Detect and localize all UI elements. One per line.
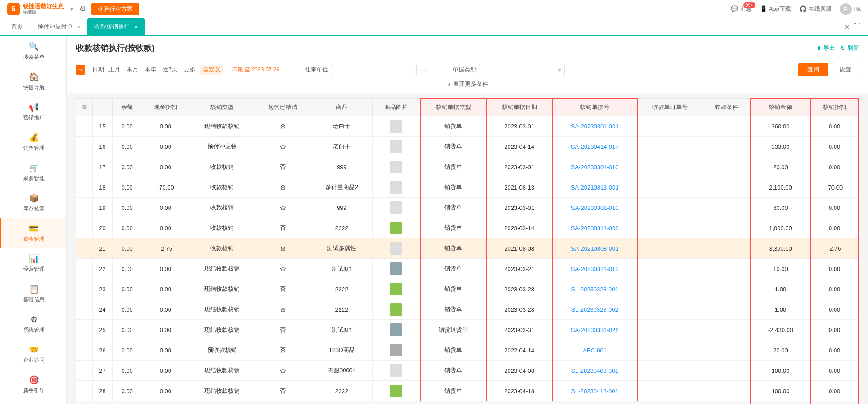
voucher-type-input[interactable] [479,64,565,76]
cell-offset-voucher-no: SA-20210808-001 [552,238,637,259]
refresh-button[interactable]: ↻ 刷新 [840,44,859,52]
cell-offset-voucher-date: 2023-03-31 [486,320,552,340]
table-footer: 40,556,66... 952.24 [76,401,859,404]
voucher-no-link[interactable]: SL-20230418-001 [571,388,618,394]
tab-prepay-close[interactable]: × [77,24,80,29]
sidebar-label-search: 搜索菜单 [23,53,45,61]
cell-receipt-order-no [637,157,703,177]
tab-prepay[interactable]: 预付冲应付单 × [30,18,87,36]
voucher-no-link[interactable]: SA-20210808-001 [571,245,619,252]
table-row: 160.000.00预付冲应收否老白干销货单2023-04-14SA-20230… [76,137,859,157]
voucher-no-link[interactable]: SA-20230314-008 [571,225,619,232]
tab-receipt-offset-label: 收款核销执行 [94,23,130,31]
table-row: 240.000.00现结收款核销否2222销货单2023-03-28SL-202… [76,299,859,320]
cell-offset-amount: 1.00 [751,299,811,320]
voucher-no-link[interactable]: ABC-001 [583,347,607,354]
sidebar-item-shortcuts[interactable]: 🏠 快捷导航 [0,67,66,97]
expand-button[interactable]: ∨ 展开更多条件 [447,80,488,88]
filter-settings-button[interactable]: 设置 [832,63,859,76]
logo-dropdown-arrow[interactable]: ▼ [69,6,74,12]
voucher-no-link[interactable]: SL-20230408-001 [571,367,618,374]
cell-receipt-condition [703,218,751,238]
date-opt-this-month[interactable]: 本月 [125,65,140,75]
col-settings-icon[interactable]: ⚙ [82,104,87,110]
sidebar-item-basic[interactable]: 📋 基础信息 [0,279,66,309]
cell-include-settled: 否 [255,137,311,157]
export-button[interactable]: ⬆ 导出 [816,44,835,52]
cell-offset-voucher-type: 销货单 [420,340,486,361]
tab-receipt-offset[interactable]: 收款核销执行 × [87,18,144,36]
table-area[interactable]: ⚙ 余额 现金折扣 核销类型 包含已结清 商品 商品图片 核销单据类型 核销单据… [67,93,868,404]
user-area[interactable]: R Rit [840,3,861,15]
export-icon: ⬆ [816,45,821,52]
col-balance-header: 余额 [113,98,142,116]
tab-receipt-offset-close[interactable]: × [134,24,137,29]
cell-balance: 0.00 [113,116,142,137]
sidebar-item-corp[interactable]: 🤝 企业协同 [0,339,66,370]
cell-offset-amount: 20.00 [751,157,811,177]
cell-offset-voucher-no: SA-20210813-001 [552,177,637,198]
sidebar-item-inventory[interactable]: 📦 库存核算 [0,188,66,218]
date-filter: 日期 上月 本月 本年 近7天 更多 自定义 [92,65,223,75]
sidebar-item-sales[interactable]: 💰 销售管理 [0,127,66,157]
sidebar-label-finance: 资金管理 [23,235,45,243]
date-opt-last-month[interactable]: 上月 [107,65,122,75]
sidebar-item-purchase[interactable]: 🛒 采购管理 [0,157,66,188]
voucher-no-link[interactable]: SA-20210813-001 [571,184,619,191]
voucher-no-link[interactable]: SA-20230321-012 [571,266,619,272]
sidebar-item-guide[interactable]: 🎯 新手引导 [0,370,66,400]
cell-balance: 0.00 [113,177,142,198]
app-download-item[interactable]: 📱 App下载 [760,5,791,13]
window-close-icon[interactable]: ✕ [844,23,850,31]
window-maximize-icon[interactable]: ⛶ [854,23,861,31]
cell-offset-voucher-type: 销货单 [420,116,486,137]
cell-receipt-order-no [637,259,703,279]
voucher-no-link[interactable]: SA-20230414-017 [571,143,619,150]
col-product-header: 商品 [311,98,373,116]
cell-balance: 0.00 [113,198,142,218]
date-opt-more[interactable]: 更多 [182,65,198,75]
voucher-no-link[interactable]: SL-20230328-001 [571,286,618,293]
date-opt-custom[interactable]: 自定义 [200,65,223,75]
cell-offset-type: 收款核销 [189,177,255,198]
col-offset-discount-header: 核销折扣 [810,98,859,116]
table-row: 260.000.00预收款核销否123D商品销货单2022-04-14ABC-0… [76,340,859,361]
cell-offset-voucher-type: 销货单 [420,381,486,401]
voucher-no-link[interactable]: SA-20230301-001 [571,123,619,130]
sidebar-item-marketing[interactable]: 📢 营销推广 [0,97,66,127]
cell-settings [76,259,93,279]
cell-receipt-order-no [637,116,703,137]
cell-seq: 22 [93,259,113,279]
cell-product-img [373,259,420,279]
sidebar-item-search[interactable]: 🔍 搜索菜单 [0,36,66,67]
cell-offset-voucher-no: SA-20230301-010 [552,198,637,218]
online-service-label: 在线客服 [808,5,832,13]
voucher-no-link[interactable]: SA-20230301-010 [571,164,619,171]
logo-text: 畅捷通谐好生意 标维版 [23,3,64,15]
online-service-item[interactable]: 🎧 在线客服 [799,5,832,13]
cell-product-img [373,361,420,381]
sidebar-item-operations[interactable]: 📊 经营管理 [0,248,66,279]
cell-offset-type: 现结收款核销 [189,299,255,320]
cell-balance: 0.00 [113,381,142,401]
voucher-no-link[interactable]: SA-20230301-010 [571,204,619,211]
settings-icon[interactable]: ⚙ [80,5,86,13]
solution-button[interactable]: 休验行业方案 [91,3,139,15]
tab-home[interactable]: 首页 [4,18,30,35]
sidebar-item-hardware[interactable]: 🖥 智能硬件 [0,400,66,404]
sidebar-item-finance[interactable]: 💳 资金管理 [0,218,66,248]
sidebar-item-system[interactable]: ⚙ 系统管理 [0,309,66,339]
date-opt-7days[interactable]: 近7天 [161,65,179,75]
cell-receipt-condition [703,361,751,381]
home-icon: 🏠 [29,72,39,82]
counterpart-input[interactable] [331,64,417,76]
message-item[interactable]: 💬 消息 99+ [731,5,752,13]
query-button[interactable]: 查询 [798,63,828,76]
voucher-no-link[interactable]: SL-20230328-002 [571,306,618,313]
cell-offset-amount: 360.00 [751,116,811,137]
voucher-no-link[interactable]: SA-20230331-026 [571,327,619,333]
date-opt-this-year[interactable]: 本年 [143,65,158,75]
cell-offset-type: 收款核销 [189,238,255,259]
cell-offset-voucher-date: 2023-04-08 [486,361,552,381]
filter-collapse-button[interactable]: » [76,65,85,75]
